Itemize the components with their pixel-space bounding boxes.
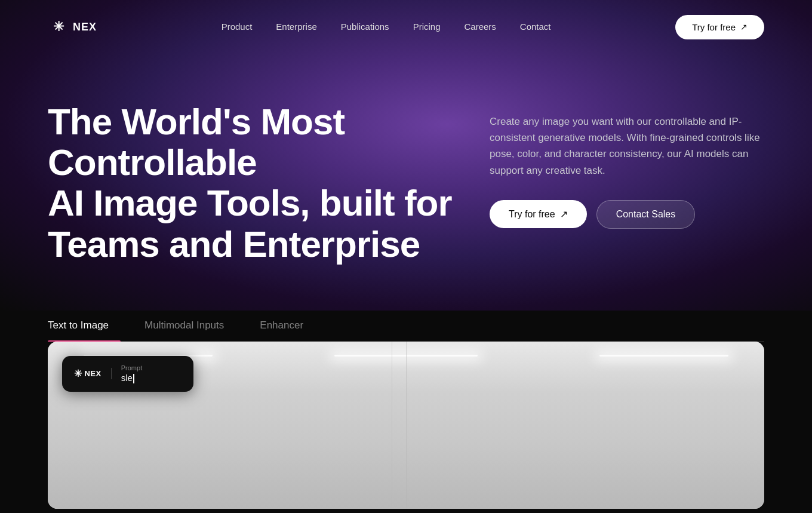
nav-cta-arrow-icon: ↗ (740, 22, 748, 32)
vertical-divider-1 (392, 342, 392, 509)
prompt-logo: ✳ NEX (74, 368, 112, 379)
demo-area: ✳ NEX Prompt sle (48, 342, 764, 509)
prompt-content: Prompt sle (121, 364, 142, 383)
tab-multimodal-inputs[interactable]: Multimodal Inputs (144, 312, 236, 341)
nav-link-enterprise[interactable]: Enterprise (276, 21, 316, 32)
hero-try-free-button[interactable]: Try for free ↗ (490, 200, 587, 228)
hero-try-free-arrow-icon: ↗ (560, 208, 568, 220)
nav-cta-label: Try for free (692, 22, 736, 32)
hero-contact-sales-label: Contact Sales (616, 209, 676, 219)
logo: ✳ NEX (48, 16, 97, 38)
tab-text-to-image[interactable]: Text to Image (48, 312, 121, 341)
hero-try-free-label: Try for free (509, 209, 555, 220)
prompt-card: ✳ NEX Prompt sle (62, 356, 193, 392)
nav-item-contact[interactable]: Contact (520, 21, 551, 32)
nav-link-publications[interactable]: Publications (341, 21, 389, 32)
prompt-logo-text: NEX (85, 369, 102, 378)
hero-title-line1: The World's Most Controllable (48, 101, 345, 183)
navbar: ✳ NEX Product Enterprise Publications Pr… (0, 0, 812, 54)
nav-link-product[interactable]: Product (222, 21, 253, 32)
hero-description: Create any image you want with our contr… (490, 113, 764, 179)
hero-section: The World's Most Controllable AI Image T… (0, 54, 812, 300)
nav-link-contact[interactable]: Contact (520, 21, 551, 32)
prompt-text: sle (121, 373, 142, 383)
hero-title: The World's Most Controllable AI Image T… (48, 102, 454, 265)
nav-links: Product Enterprise Publications Pricing … (222, 21, 551, 32)
hero-contact-sales-button[interactable]: Contact Sales (596, 200, 696, 229)
hero-title-line3: Teams and Enterprise (48, 223, 420, 265)
hero-left: The World's Most Controllable AI Image T… (48, 102, 454, 265)
logo-icon: ✳ (48, 16, 69, 38)
prompt-label: Prompt (121, 364, 142, 371)
tabs-nav: Text to Image Multimodal Inputs Enhancer (48, 312, 764, 342)
nav-item-publications[interactable]: Publications (341, 21, 389, 32)
nav-item-careers[interactable]: Careers (464, 21, 496, 32)
nav-try-free-button[interactable]: Try for free ↗ (675, 15, 764, 39)
hero-buttons: Try for free ↗ Contact Sales (490, 200, 764, 229)
nav-link-pricing[interactable]: Pricing (413, 21, 441, 32)
prompt-logo-snowflake-icon: ✳ (74, 368, 82, 379)
ceiling-light-3 (599, 355, 728, 357)
nav-item-pricing[interactable]: Pricing (413, 21, 441, 32)
cursor-blink (133, 374, 134, 383)
nav-link-careers[interactable]: Careers (464, 21, 496, 32)
tabs-section: Text to Image Multimodal Inputs Enhancer (0, 312, 812, 342)
tab-enhancer[interactable]: Enhancer (260, 312, 315, 341)
hero-right: Create any image you want with our contr… (490, 102, 764, 229)
logo-text: NEX (73, 21, 97, 33)
hero-title-line2: AI Image Tools, built for (48, 182, 452, 223)
vertical-divider-2 (406, 342, 407, 509)
nav-item-product[interactable]: Product (222, 21, 253, 32)
logo-snowflake-icon: ✳ (53, 19, 64, 35)
nav-item-enterprise[interactable]: Enterprise (276, 21, 316, 32)
